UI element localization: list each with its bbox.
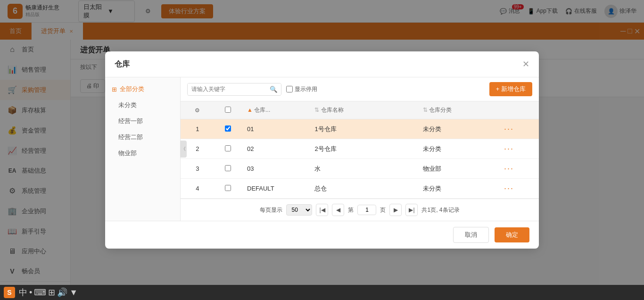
next-page-btn[interactable]: ▶	[389, 204, 402, 216]
taskbar-item-grid[interactable]: ⊞	[48, 287, 55, 298]
last-page-btn[interactable]: ▶|	[405, 204, 418, 216]
col-name-header: ⇅ 仓库名称	[309, 101, 417, 119]
row-checkbox-cell[interactable]	[215, 139, 241, 159]
row-actions[interactable]: ···	[498, 139, 539, 159]
collapse-icon: 《	[181, 146, 186, 152]
warehouse-dialog: 仓库 ✕ ⊞ 全部分类 未分类 经营一部 经营二部	[105, 51, 539, 249]
row-more-icon[interactable]: ···	[504, 164, 514, 173]
per-page-select[interactable]: 102050100	[286, 204, 312, 216]
row-cat: 未分类	[417, 119, 498, 139]
dialog-title: 仓库	[115, 59, 130, 69]
row-code: DEFAULT	[241, 179, 309, 199]
taskbar-item-dropdown[interactable]: ▼	[69, 288, 78, 298]
col-cat-header: ⇅ 仓库分类	[417, 101, 498, 119]
first-page-btn[interactable]: |◀	[316, 204, 328, 216]
row-code: 03	[241, 159, 309, 179]
warehouse-table: ⚙ ▲ 仓库... ⇅	[181, 101, 539, 199]
dialog-footer: 取消 确定	[105, 221, 539, 249]
row-actions[interactable]: ···	[498, 179, 539, 199]
row-index: 1	[181, 119, 215, 139]
taskbar-items: 中 • ⌨ ⊞ 🔊 ▼	[19, 287, 78, 298]
select-all-checkbox[interactable]	[225, 107, 231, 113]
sidebar-collapse-btn[interactable]: 《	[180, 141, 187, 158]
pagination: 每页显示 102050100 |◀ ◀ 第 页 ▶ ▶| 共1页, 4条记录	[181, 199, 539, 221]
table-row[interactable]: 2 02 2号仓库 未分类 ···	[181, 139, 539, 159]
dialog-body: ⊞ 全部分类 未分类 经营一部 经营二部 物业部 《	[105, 77, 539, 221]
taskbar-item-audio[interactable]: 🔊	[57, 287, 67, 298]
dialog-main: 🔍 显示停用 + 新增仓库 ⚙	[181, 77, 539, 221]
table-row[interactable]: 1 01 1号仓库 未分类 ···	[181, 119, 539, 139]
prev-page-btn[interactable]: ◀	[332, 204, 344, 216]
row-cat: 未分类	[417, 139, 498, 159]
row-more-icon[interactable]: ···	[504, 183, 514, 193]
cat-item-unclassified[interactable]: 未分类	[105, 97, 180, 113]
taskbar-item-dot[interactable]: •	[29, 288, 32, 298]
row-more-icon[interactable]: ···	[504, 144, 514, 153]
search-input[interactable]	[188, 83, 266, 95]
row-index: 4	[181, 179, 215, 199]
cat-item-ops2[interactable]: 经营二部	[105, 129, 180, 145]
row-name: 2号仓库	[309, 139, 417, 159]
col-ops-header	[498, 101, 539, 119]
cancel-btn[interactable]: 取消	[453, 227, 489, 243]
page-input[interactable]	[357, 205, 376, 215]
taskbar: S 中 • ⌨ ⊞ 🔊 ▼	[0, 285, 644, 300]
category-sidebar: ⊞ 全部分类 未分类 经营一部 经营二部 物业部 《	[105, 77, 181, 221]
row-checkbox[interactable]	[225, 145, 231, 151]
taskbar-item-keyboard[interactable]: ⌨	[34, 287, 46, 298]
row-code: 02	[241, 139, 309, 159]
row-checkbox-cell[interactable]	[215, 119, 241, 139]
dialog-close-icon[interactable]: ✕	[522, 59, 529, 69]
dialog-header: 仓库 ✕	[105, 51, 539, 77]
cat-item-property[interactable]: 物业部	[105, 145, 180, 161]
cat-item-ops1[interactable]: 经营一部	[105, 113, 180, 129]
col-code-header: ▲ 仓库...	[241, 101, 309, 119]
row-index: 3	[181, 159, 215, 179]
add-warehouse-btn[interactable]: + 新增仓库	[489, 82, 532, 96]
grid-icon: ⊞	[112, 86, 117, 93]
all-categories-item[interactable]: ⊞ 全部分类	[105, 81, 180, 97]
row-name: 水	[309, 159, 417, 179]
dialog-overlay: 仓库 ✕ ⊞ 全部分类 未分类 经营一部 经营二部	[0, 0, 644, 300]
taskbar-item-zh[interactable]: 中	[19, 287, 27, 298]
confirm-btn[interactable]: 确定	[495, 227, 529, 242]
row-actions[interactable]: ···	[498, 119, 539, 139]
show-disabled-label[interactable]: 显示停用	[286, 85, 317, 93]
row-name: 1号仓库	[309, 119, 417, 139]
row-checkbox-cell[interactable]	[215, 179, 241, 199]
taskbar-logo: S	[4, 287, 15, 298]
search-box: 🔍	[187, 83, 281, 96]
table-row[interactable]: 3 03 水 物业部 ···	[181, 159, 539, 179]
show-disabled-checkbox[interactable]	[286, 86, 293, 92]
row-cat: 物业部	[417, 159, 498, 179]
row-checkbox-cell[interactable]	[215, 159, 241, 179]
row-more-icon[interactable]: ···	[504, 124, 514, 133]
dialog-toolbar: 🔍 显示停用 + 新增仓库	[181, 77, 539, 101]
row-actions[interactable]: ···	[498, 159, 539, 179]
search-icon-btn[interactable]: 🔍	[266, 83, 281, 95]
row-code: 01	[241, 119, 309, 139]
row-checkbox[interactable]	[225, 165, 231, 171]
row-name: 总仓	[309, 179, 417, 199]
col-settings-header[interactable]: ⚙	[181, 101, 215, 119]
table-row[interactable]: 4 DEFAULT 总仓 未分类 ···	[181, 179, 539, 199]
table-header-row: ⚙ ▲ 仓库... ⇅	[181, 101, 539, 119]
col-check-header[interactable]	[215, 101, 241, 119]
row-checkbox[interactable]	[225, 185, 231, 191]
row-cat: 未分类	[417, 179, 498, 199]
row-checkbox[interactable]	[225, 125, 231, 132]
